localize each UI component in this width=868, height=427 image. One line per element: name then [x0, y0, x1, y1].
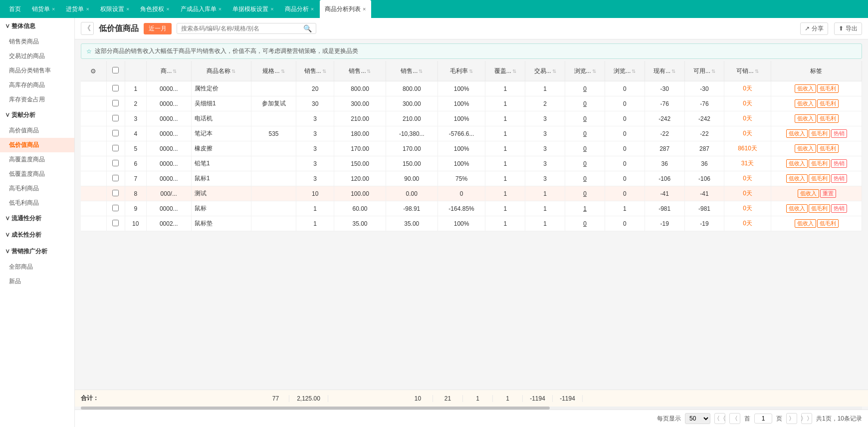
sidebar-item-low-margin[interactable]: 低毛利商品	[0, 196, 74, 210]
browse-link[interactable]: 0	[583, 130, 587, 137]
prev-page-button[interactable]: 〈	[729, 413, 740, 424]
row-checkbox[interactable]	[112, 100, 119, 106]
col-sales-qty-header[interactable]: 销售...⇅	[296, 61, 334, 81]
nav-purchase-order[interactable]: 进货单 ×	[61, 0, 94, 18]
col-gross-rate-header[interactable]: 毛利率⇅	[437, 61, 485, 81]
row-checkbox-cell[interactable]	[106, 141, 125, 156]
col-browse1-header[interactable]: 浏览...⇅	[565, 61, 605, 81]
nav-home[interactable]: 首页	[4, 0, 26, 18]
select-all-checkbox[interactable]	[112, 67, 119, 73]
row-browse1[interactable]: 0	[565, 186, 605, 201]
nav-close-purchase[interactable]: ×	[86, 6, 89, 12]
row-checkbox-cell[interactable]	[106, 111, 125, 126]
export-button[interactable]: ⬆ 导出	[834, 22, 862, 35]
col-code-header[interactable]: 商...⇅	[146, 61, 191, 81]
collapse-sidebar-button[interactable]: 《	[81, 22, 94, 35]
nav-close-role[interactable]: ×	[166, 6, 169, 12]
sidebar-group-overall[interactable]: ∨ 整体信息	[0, 18, 74, 34]
row-checkbox[interactable]	[112, 115, 119, 121]
row-checkbox[interactable]	[112, 145, 119, 151]
col-select-all[interactable]	[106, 61, 125, 81]
nav-close-analysis[interactable]: ×	[311, 6, 314, 12]
row-checkbox-cell[interactable]	[106, 81, 125, 96]
sidebar-item-high-value[interactable]: 高价值商品	[0, 123, 74, 138]
browse-link[interactable]: 0	[583, 220, 587, 227]
row-checkbox-cell[interactable]	[106, 96, 125, 111]
sidebar-group-growth[interactable]: ∨ 成长性分析	[0, 227, 74, 243]
browse-link[interactable]: 0	[583, 175, 587, 182]
nav-close-analysis-list[interactable]: ×	[363, 6, 366, 12]
nav-product-analysis[interactable]: 商品分析 ×	[280, 0, 319, 18]
sidebar-item-category-rate[interactable]: 商品分类销售率	[0, 63, 74, 78]
row-checkbox[interactable]	[112, 130, 119, 136]
col-sales-price-header[interactable]: 销售...⇅	[334, 61, 386, 81]
nav-close-finished[interactable]: ×	[218, 6, 221, 12]
col-trade-header[interactable]: 交易...⇅	[525, 61, 565, 81]
last-page-button[interactable]: 〉〉	[801, 413, 812, 424]
nav-finished-goods[interactable]: 产成品入库单 ×	[176, 0, 226, 18]
nav-product-analysis-list[interactable]: 商品分析列表 ×	[320, 0, 371, 18]
sidebar-item-low-value[interactable]: 低价值商品	[0, 138, 74, 152]
row-checkbox[interactable]	[112, 160, 119, 166]
filter-period-button[interactable]: 近一月	[144, 23, 172, 34]
sidebar-item-sales-products[interactable]: 销售类商品	[0, 34, 74, 49]
col-avail-header[interactable]: 可用...⇅	[684, 61, 724, 81]
row-browse1[interactable]: 0	[565, 171, 605, 186]
sidebar-item-new-products[interactable]: 新品	[0, 274, 74, 289]
sidebar-item-all-products[interactable]: 全部商品	[0, 260, 74, 274]
sidebar-group-contribution[interactable]: ∨ 贡献分析	[0, 107, 74, 123]
col-settings[interactable]: ⚙	[81, 61, 106, 81]
row-checkbox[interactable]	[112, 205, 119, 211]
browse-link[interactable]: 0	[583, 100, 587, 107]
page-size-select[interactable]: 50 100 200	[685, 413, 710, 424]
browse-link[interactable]: 0	[583, 190, 587, 197]
sidebar-item-high-margin[interactable]: 高毛利商品	[0, 181, 74, 196]
nav-close-template[interactable]: ×	[270, 6, 273, 12]
row-browse1[interactable]: 0	[565, 126, 605, 141]
col-sales-amt-header[interactable]: 销售...⇅	[386, 61, 437, 81]
row-checkbox-cell[interactable]	[106, 156, 125, 171]
row-checkbox-cell[interactable]	[106, 126, 125, 141]
sidebar-group-circulation[interactable]: ∨ 流通性分析	[0, 210, 74, 227]
first-page-button[interactable]: 〈〈	[714, 413, 725, 424]
row-checkbox[interactable]	[112, 85, 119, 91]
nav-sales-order[interactable]: 销货单 ×	[27, 0, 60, 18]
browse-link[interactable]: 0	[583, 115, 587, 122]
row-checkbox-cell[interactable]	[106, 186, 125, 201]
col-spec-header[interactable]: 规格...⇅	[251, 61, 296, 81]
row-browse1[interactable]: 0	[565, 81, 605, 96]
row-browse1[interactable]: 0	[565, 216, 605, 231]
browse-link[interactable]: 0	[583, 85, 587, 92]
nav-role-auth[interactable]: 角色授权 ×	[135, 0, 174, 18]
col-days-header[interactable]: 可销...⇅	[724, 61, 771, 81]
browse-link[interactable]: 1	[583, 205, 587, 212]
row-checkbox[interactable]	[112, 220, 119, 226]
row-checkbox-cell[interactable]	[106, 201, 125, 216]
row-browse1[interactable]: 0	[565, 156, 605, 171]
sidebar-group-marketing[interactable]: ∨ 营销推广分析	[0, 243, 74, 260]
col-stock-header[interactable]: 现有...⇅	[645, 61, 684, 81]
browse-link[interactable]: 0	[583, 160, 587, 167]
row-checkbox-cell[interactable]	[106, 216, 125, 231]
row-checkbox[interactable]	[112, 190, 119, 196]
nav-close-sales[interactable]: ×	[52, 6, 55, 12]
nav-permission[interactable]: 权限设置 ×	[95, 0, 134, 18]
row-browse1[interactable]: 0	[565, 141, 605, 156]
col-browse2-header[interactable]: 浏览...⇅	[605, 61, 645, 81]
sidebar-item-high-stock[interactable]: 高库存的商品	[0, 78, 74, 92]
row-browse1[interactable]: 0	[565, 111, 605, 126]
browse-link[interactable]: 0	[583, 145, 587, 152]
page-number-input[interactable]	[754, 414, 772, 424]
share-button[interactable]: ↗ 分享	[800, 22, 828, 35]
row-browse1[interactable]: 0	[565, 96, 605, 111]
row-checkbox-cell[interactable]	[106, 171, 125, 186]
sidebar-item-high-coverage[interactable]: 高覆盖度商品	[0, 152, 74, 167]
search-icon[interactable]: 🔍	[303, 24, 312, 32]
row-checkbox[interactable]	[112, 175, 119, 181]
next-page-button[interactable]: 〉	[786, 413, 797, 424]
nav-close-permission[interactable]: ×	[126, 6, 129, 12]
col-settings-icon[interactable]: ⚙	[87, 64, 100, 77]
sidebar-item-stock-funds[interactable]: 库存资金占用	[0, 92, 74, 107]
row-browse1[interactable]: 1	[565, 201, 605, 216]
sidebar-item-low-coverage[interactable]: 低覆盖度商品	[0, 167, 74, 181]
